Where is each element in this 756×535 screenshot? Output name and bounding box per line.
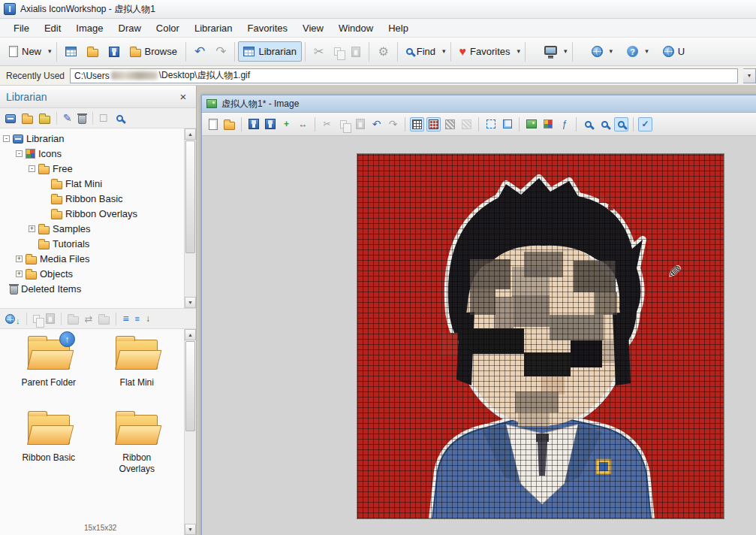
scroll-up-button[interactable]: ▲ bbox=[185, 128, 196, 140]
menu-librarian[interactable]: Librarian bbox=[187, 20, 240, 36]
tree-item-icons[interactable]: - Icons bbox=[0, 146, 184, 161]
menu-image[interactable]: Image bbox=[68, 20, 110, 36]
menu-draw[interactable]: Draw bbox=[111, 20, 149, 36]
folder-list-scrollbar[interactable]: ▲ ▼ bbox=[184, 329, 196, 535]
help-dropdown-arrow[interactable]: ▾ bbox=[643, 48, 650, 55]
tree-item-tutorials[interactable]: Tutorials bbox=[0, 236, 184, 251]
librarian-toggle-button[interactable]: Librarian bbox=[238, 41, 302, 62]
verify-checkbox-icon[interactable]: ☐ bbox=[99, 113, 108, 123]
menu-favorites[interactable]: Favorites bbox=[240, 20, 295, 36]
folder-item-ribbon-basic[interactable]: Ribbon Basic bbox=[5, 415, 93, 476]
move-to-folder-icon[interactable] bbox=[68, 316, 79, 325]
undo-button[interactable]: ↶ bbox=[369, 117, 384, 131]
save-as-button[interactable] bbox=[263, 117, 277, 131]
search-library-icon[interactable] bbox=[116, 115, 123, 122]
undo-button[interactable]: ↶ bbox=[189, 41, 210, 62]
new-project-button[interactable] bbox=[60, 42, 82, 61]
paste-button[interactable] bbox=[346, 42, 366, 62]
collapse-icon[interactable]: - bbox=[3, 135, 10, 142]
tree-item-ribbon-basic[interactable]: Ribbon Basic bbox=[0, 191, 184, 206]
copy-button[interactable] bbox=[329, 43, 346, 60]
open-button[interactable] bbox=[82, 41, 104, 62]
title-bar[interactable]: I Axialis IconWorkshop - 虚拟人物1 bbox=[0, 0, 756, 19]
delete-trash-icon[interactable] bbox=[78, 115, 86, 124]
expand-icon[interactable]: + bbox=[16, 271, 23, 277]
resize-image-button[interactable]: ↔ bbox=[296, 117, 310, 131]
export-folder-icon[interactable] bbox=[98, 316, 110, 325]
update-button[interactable]: U bbox=[658, 41, 690, 62]
panel-close-button[interactable]: × bbox=[176, 90, 190, 104]
effects-button[interactable]: ƒ bbox=[557, 117, 571, 131]
tree-item-deleted-items[interactable]: Deleted Items bbox=[0, 281, 184, 296]
tree-item-objects[interactable]: + Objects bbox=[0, 266, 184, 281]
expand-icon[interactable]: + bbox=[16, 255, 23, 262]
tree-item-free[interactable]: - Free bbox=[0, 161, 184, 176]
tree-item-ribbon-overlays[interactable]: Ribbon Overlays bbox=[0, 206, 184, 221]
folder-item-parent[interactable]: ↑ Parent Folder bbox=[5, 340, 93, 389]
edit-pencil-icon[interactable]: ✎ bbox=[63, 113, 72, 123]
find-button[interactable]: Find bbox=[401, 41, 441, 62]
list-view-icon[interactable]: ≡ bbox=[122, 313, 128, 324]
detail-view-icon[interactable]: ≡ bbox=[135, 315, 140, 323]
collapse-icon[interactable]: - bbox=[16, 150, 23, 157]
menu-edit[interactable]: Edit bbox=[37, 20, 68, 36]
sort-icon[interactable]: ↓ bbox=[146, 314, 150, 323]
cut-button[interactable]: ✂ bbox=[320, 117, 334, 131]
checkerboard-toggle[interactable] bbox=[443, 117, 457, 131]
scrollbar-thumb[interactable] bbox=[185, 141, 195, 253]
tree-item-media-files[interactable]: + Media Files bbox=[0, 251, 184, 266]
menu-file[interactable]: File bbox=[6, 20, 37, 36]
menu-help[interactable]: Help bbox=[381, 20, 416, 36]
menu-view[interactable]: View bbox=[295, 20, 331, 36]
collapse-icon[interactable]: - bbox=[29, 165, 35, 172]
color-palette-button[interactable] bbox=[541, 117, 555, 131]
menu-window[interactable]: Window bbox=[331, 20, 381, 36]
scroll-down-button[interactable]: ▼ bbox=[185, 297, 196, 308]
paste-item-icon[interactable] bbox=[46, 313, 55, 324]
open-library-folder-icon[interactable] bbox=[22, 116, 33, 124]
browse-button[interactable]: Browse bbox=[125, 41, 182, 62]
scrollbar-thumb[interactable] bbox=[185, 341, 195, 431]
redo-button[interactable]: ↷ bbox=[210, 41, 231, 62]
help-button[interactable]: ? bbox=[622, 41, 643, 62]
new-dropdown-arrow[interactable]: ▾ bbox=[47, 48, 53, 55]
favorites-dropdown-arrow[interactable]: ▾ bbox=[516, 48, 523, 55]
options-button[interactable]: ⚙ bbox=[372, 41, 393, 62]
zoom-out-button[interactable] bbox=[598, 117, 612, 131]
scroll-up-button[interactable]: ▲ bbox=[185, 329, 196, 340]
recent-path-dropdown[interactable]: ▾ bbox=[743, 68, 756, 83]
folder-item-flat-mini[interactable]: Flat Mini bbox=[93, 340, 182, 389]
tree-scrollbar[interactable]: ▲ ▼ bbox=[184, 128, 196, 308]
selection-tool-button[interactable] bbox=[483, 117, 498, 131]
web-dropdown-arrow[interactable]: ▾ bbox=[608, 48, 615, 55]
transparent-background-toggle[interactable] bbox=[426, 117, 441, 131]
image-canvas[interactable]: ✎ bbox=[357, 153, 724, 519]
folder-item-ribbon-overlays[interactable]: Ribbon Overlays bbox=[93, 415, 182, 476]
crop-tool-button[interactable] bbox=[500, 117, 514, 131]
recent-path-field[interactable]: C:\Users \Desktop\虚拟人物1.gif bbox=[70, 68, 738, 83]
cut-button[interactable]: ✂ bbox=[309, 41, 329, 62]
new-folder-icon[interactable] bbox=[39, 116, 50, 124]
new-button[interactable]: New bbox=[4, 41, 47, 62]
paste-button[interactable] bbox=[353, 117, 367, 131]
save-button[interactable] bbox=[104, 42, 125, 62]
new-image-format-button[interactable] bbox=[222, 117, 236, 131]
save-image-button[interactable] bbox=[246, 117, 261, 131]
copy-item-icon[interactable] bbox=[33, 315, 40, 323]
tree-item-librarian[interactable]: - Librarian bbox=[0, 131, 184, 146]
tree-item-flat-mini[interactable]: Flat Mini bbox=[0, 176, 184, 191]
grid-toggle-button[interactable] bbox=[410, 117, 424, 131]
tree-item-samples[interactable]: + Samples bbox=[0, 221, 184, 236]
create-icon-from-image-button[interactable] bbox=[206, 117, 220, 131]
web-download-icon[interactable] bbox=[5, 314, 15, 324]
zoom-in-button[interactable] bbox=[581, 117, 595, 131]
favorites-button[interactable]: ♥ Favorites bbox=[454, 41, 516, 62]
redo-button[interactable]: ↷ bbox=[386, 117, 400, 131]
find-dropdown-arrow[interactable]: ▾ bbox=[441, 48, 447, 55]
add-to-librarian-button[interactable]: + bbox=[279, 117, 294, 131]
overlay-toggle[interactable] bbox=[459, 117, 474, 131]
menu-color[interactable]: Color bbox=[149, 20, 187, 36]
copy-button[interactable] bbox=[336, 117, 351, 131]
new-library-icon[interactable] bbox=[5, 114, 16, 123]
expand-icon[interactable]: + bbox=[29, 225, 35, 232]
